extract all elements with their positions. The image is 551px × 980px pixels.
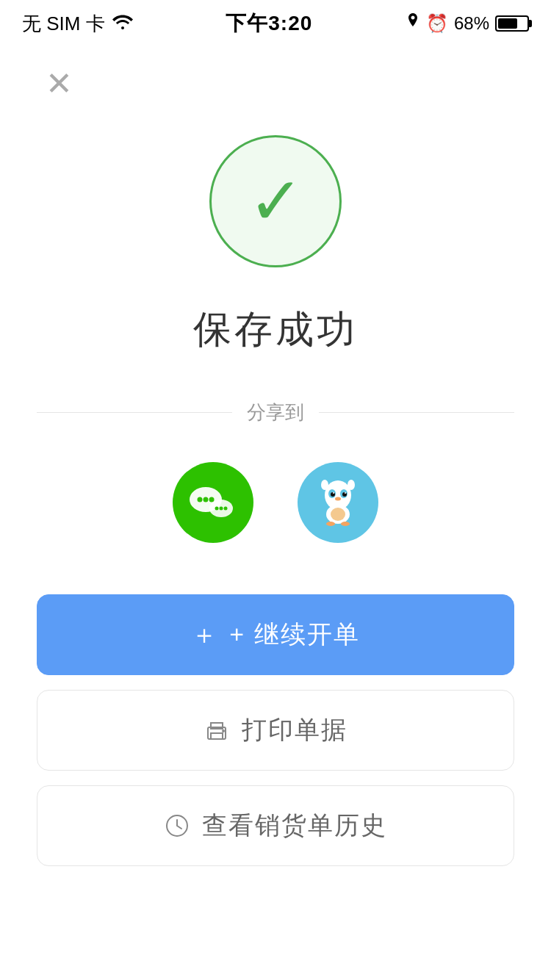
history-icon [164,813,190,839]
alarm-icon: ⏰ [426,13,448,34]
close-icon: ✕ [46,68,73,100]
svg-point-12 [342,492,347,497]
status-time: 下午3:20 [226,10,312,37]
success-icon: ✓ [209,135,342,267]
divider-left [37,412,232,413]
main-content: ✕ ✓ 保存成功 分享到 [0,47,551,881]
share-divider: 分享到 [37,400,514,425]
svg-point-3 [209,497,215,502]
svg-point-19 [341,522,350,526]
printer-icon [204,717,230,743]
svg-point-25 [222,729,225,732]
close-button-container: ✕ [37,62,514,106]
continue-button[interactable]: ＋ + 继续开单 [37,594,514,675]
checkmark-icon: ✓ [248,168,303,234]
battery-text: 68% [454,13,489,34]
wechat-icon [188,480,238,525]
share-label: 分享到 [247,400,304,425]
print-button[interactable]: 打印单据 [37,690,514,771]
divider-right [319,412,514,413]
status-right: ⏰ 68% [406,13,529,34]
qq-icon [316,478,360,527]
plus-icon: ＋ [191,617,217,653]
svg-point-18 [326,522,335,526]
share-icons [173,462,378,543]
qq-share-button[interactable] [298,462,378,543]
svg-point-15 [335,497,341,501]
svg-point-6 [220,507,223,511]
svg-point-11 [331,492,335,497]
action-buttons: ＋ + 继续开单 打印单据 查看销货单历 [37,594,514,866]
svg-point-5 [215,507,219,511]
svg-point-20 [321,480,328,490]
sim-status: 无 SIM 卡 [22,11,105,37]
svg-point-14 [345,492,346,494]
svg-point-13 [333,492,334,494]
svg-point-2 [204,497,209,502]
print-button-label: 打印单据 [242,713,347,747]
battery-icon [495,15,529,32]
success-title: 保存成功 [193,304,358,356]
svg-point-7 [224,507,228,511]
wechat-share-button[interactable] [173,462,253,543]
wifi-icon [112,13,133,34]
status-bar: 无 SIM 卡 下午3:20 ⏰ 68% [0,0,551,47]
status-left: 无 SIM 卡 [22,11,133,37]
close-button[interactable]: ✕ [37,62,81,106]
history-button-label: 查看销货单历史 [202,809,387,843]
svg-point-1 [198,497,203,502]
svg-point-21 [347,480,355,490]
continue-button-label: + 继续开单 [229,618,359,652]
location-icon [406,13,420,34]
svg-point-17 [331,508,345,521]
svg-rect-24 [211,733,223,739]
history-button[interactable]: 查看销货单历史 [37,785,514,866]
